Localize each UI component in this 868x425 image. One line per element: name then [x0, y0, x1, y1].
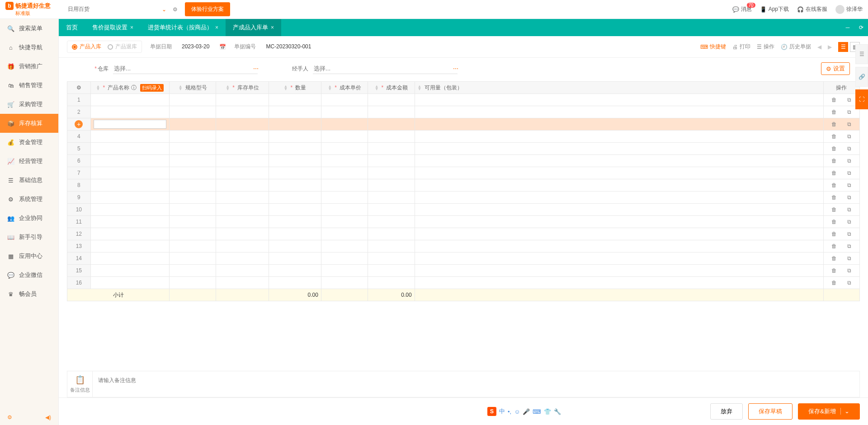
cell-spec[interactable] — [170, 228, 216, 240]
delete-icon[interactable]: 🗑 — [831, 231, 837, 237]
delete-icon[interactable]: 🗑 — [831, 182, 837, 188]
sidebar-item-marketing[interactable]: 🎁营销推广 — [0, 57, 58, 76]
cell-name[interactable] — [90, 277, 169, 289]
copy-icon[interactable]: ⧉ — [847, 255, 851, 262]
cell-price[interactable] — [321, 106, 368, 118]
cell-name[interactable] — [90, 204, 169, 216]
cell-avail[interactable] — [415, 155, 823, 167]
cell-spec[interactable] — [170, 167, 216, 179]
delete-icon[interactable]: 🗑 — [831, 219, 837, 225]
sidebar-item-quicknav[interactable]: ⌂快捷导航 — [0, 38, 58, 57]
cell-qty[interactable] — [269, 167, 321, 179]
shortcut-link[interactable]: ⌨快捷键 — [700, 43, 726, 51]
rail-item-3[interactable]: ⛶ — [855, 89, 868, 109]
table-row[interactable]: 2🗑⧉ — [67, 106, 860, 118]
cell-qty[interactable] — [269, 216, 321, 228]
save-draft-button[interactable]: 保存草稿 — [748, 403, 793, 420]
cell-name[interactable] — [90, 179, 169, 191]
cell-name[interactable] — [90, 94, 169, 106]
cell-unit[interactable] — [216, 252, 269, 265]
sidebar-item-sales[interactable]: 🛍销售管理 — [0, 76, 58, 95]
cell-spec[interactable] — [170, 143, 216, 155]
copy-icon[interactable]: ⧉ — [847, 243, 851, 249]
experience-button[interactable]: 体验行业方案 — [185, 2, 230, 16]
cell-spec[interactable] — [170, 216, 216, 228]
table-row[interactable]: 10🗑⧉ — [67, 204, 860, 216]
cell-avail[interactable] — [415, 216, 823, 228]
cell-spec[interactable] — [170, 179, 216, 191]
history-link[interactable]: 🕘历史单据 — [781, 43, 811, 51]
table-row[interactable]: +🗑⧉ — [67, 118, 860, 131]
table-row[interactable]: 5🗑⧉ — [67, 143, 860, 155]
settings-button[interactable]: ⚙设置 — [821, 62, 850, 75]
table-row[interactable]: 7🗑⧉ — [67, 167, 860, 179]
radio-product-out[interactable]: 产品退库 — [108, 43, 137, 51]
cell-spec[interactable] — [170, 252, 216, 265]
cell-avail[interactable] — [415, 118, 823, 131]
copy-icon[interactable]: ⧉ — [847, 231, 851, 237]
th-gear[interactable]: ⚙ — [67, 82, 91, 94]
cell-unit[interactable] — [216, 106, 269, 118]
calendar-icon[interactable]: 📅 — [219, 44, 226, 50]
close-icon[interactable]: × — [130, 24, 133, 31]
warehouse-input[interactable] — [113, 63, 258, 74]
cell-spec[interactable] — [170, 265, 216, 277]
more-icon[interactable]: ⋯ — [453, 65, 458, 72]
cell-unit[interactable] — [216, 143, 269, 155]
cell-avail[interactable] — [415, 106, 823, 118]
cell-avail[interactable] — [415, 167, 823, 179]
cell-avail[interactable] — [415, 277, 823, 289]
copy-icon[interactable]: ⧉ — [847, 182, 851, 188]
sidebar-item-member[interactable]: ♛畅会员 — [0, 285, 58, 304]
cell-qty[interactable] — [269, 240, 321, 252]
cell-amount[interactable] — [368, 252, 415, 265]
sidebar-item-business[interactable]: 📈经营管理 — [0, 152, 58, 171]
cell-unit[interactable] — [216, 265, 269, 277]
cell-name[interactable] — [90, 228, 169, 240]
table-row[interactable]: 13🗑⧉ — [67, 240, 860, 252]
sidebar-item-basic[interactable]: ☰基础信息 — [0, 171, 58, 190]
cell-spec[interactable] — [170, 204, 216, 216]
copy-icon[interactable]: ⧉ — [847, 206, 851, 213]
th-unit[interactable]: ▲▼*库存单位 — [216, 82, 269, 94]
cell-unit[interactable] — [216, 240, 269, 252]
ime-mic-icon[interactable]: 🎤 — [523, 408, 530, 415]
cell-amount[interactable] — [368, 155, 415, 167]
delete-icon[interactable]: 🗑 — [831, 170, 837, 176]
delete-icon[interactable]: 🗑 — [831, 267, 837, 274]
cell-price[interactable] — [321, 191, 368, 204]
delete-icon[interactable]: 🗑 — [831, 206, 837, 213]
cell-amount[interactable] — [368, 131, 415, 143]
cell-spec[interactable] — [170, 94, 216, 106]
cell-amount[interactable] — [368, 143, 415, 155]
cell-qty[interactable] — [269, 131, 321, 143]
collapse-icon[interactable]: ◀) — [45, 414, 51, 420]
cell-qty[interactable] — [269, 265, 321, 277]
rail-item-2[interactable]: 🔗 — [855, 67, 868, 87]
delete-icon[interactable]: 🗑 — [831, 255, 837, 262]
copy-icon[interactable]: ⧉ — [847, 170, 851, 176]
print-link[interactable]: 🖨打印 — [732, 43, 750, 51]
cell-name[interactable] — [90, 106, 169, 118]
table-row[interactable]: 1🗑⧉ — [67, 94, 860, 106]
cell-name[interactable] — [90, 252, 169, 265]
cell-qty[interactable] — [269, 277, 321, 289]
cell-avail[interactable] — [415, 240, 823, 252]
table-row[interactable]: 11🗑⧉ — [67, 216, 860, 228]
cell-avail[interactable] — [415, 131, 823, 143]
delete-icon[interactable]: 🗑 — [831, 194, 837, 201]
cell-spec[interactable] — [170, 191, 216, 204]
sidebar-item-wechat[interactable]: 💬企业微信 — [0, 266, 58, 285]
sidebar-item-collab[interactable]: 👥企业协同 — [0, 209, 58, 228]
delete-icon[interactable]: 🗑 — [831, 243, 837, 249]
cell-amount[interactable] — [368, 94, 415, 106]
cell-avail[interactable] — [415, 204, 823, 216]
cell-amount[interactable] — [368, 167, 415, 179]
cell-qty[interactable] — [269, 179, 321, 191]
th-price[interactable]: ▲▼*成本单价 — [321, 82, 368, 94]
cell-amount[interactable] — [368, 265, 415, 277]
cell-unit[interactable] — [216, 191, 269, 204]
cell-amount[interactable] — [368, 277, 415, 289]
copy-icon[interactable]: ⧉ — [847, 158, 851, 164]
copy-icon[interactable]: ⧉ — [847, 145, 851, 152]
